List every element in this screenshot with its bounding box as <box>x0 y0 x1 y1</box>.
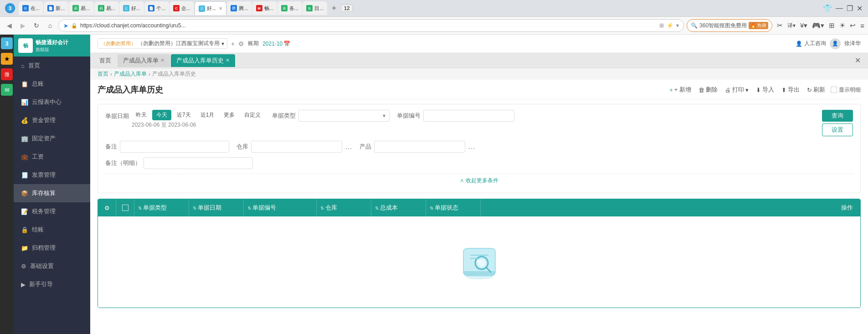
sidebar-item-guide[interactable]: ▶ 新手引导 <box>14 275 90 293</box>
note-input[interactable] <box>120 141 229 153</box>
collapse-bar[interactable]: ∧ 收起更多条件 <box>105 174 853 187</box>
tab-10[interactable]: M 畅... <box>252 1 277 15</box>
sidebar-item-ledger[interactable]: 📋 总账 <box>14 75 90 93</box>
refresh-button[interactable]: ↻ <box>31 20 42 31</box>
date-opt-7days[interactable]: 近7天 <box>173 110 195 120</box>
tab-8-active[interactable]: 云 好... ✕ <box>195 1 226 15</box>
th-checkbox[interactable] <box>116 199 134 216</box>
tab-8-close[interactable]: ✕ <box>219 6 222 11</box>
refresh-btn[interactable]: ↻ 刷新 <box>805 85 827 95</box>
add-company-btn[interactable]: + <box>231 40 235 47</box>
export-btn[interactable]: ⬆ 导出 <box>780 85 801 95</box>
sidebar-item-cloud-report[interactable]: 📊 云报表中心 <box>14 93 90 111</box>
sidebar-item-funds[interactable]: 💰 资金管理 <box>14 111 90 129</box>
back-button[interactable]: ◀ <box>4 20 15 31</box>
app-logo: 畅 <box>18 38 33 53</box>
warehouse-input[interactable] <box>251 141 342 153</box>
th-doc-type[interactable]: ⇅ 单据类型 <box>134 199 189 216</box>
chevron-down-icon[interactable]: ▾ <box>676 22 679 29</box>
settings-btn[interactable]: ⚙ <box>238 40 244 47</box>
date-opt-today[interactable]: 今天 <box>152 110 171 120</box>
note-detail-input[interactable] <box>144 157 253 169</box>
panel-close-btn[interactable]: ✕ <box>851 56 864 65</box>
forward-button[interactable]: ▶ <box>17 20 28 31</box>
tab-9[interactable]: 腾 腾... <box>227 1 252 15</box>
th-doc-number[interactable]: ⇅ 单据编号 <box>244 199 317 216</box>
new-tab-button[interactable]: + <box>328 2 340 15</box>
date-opt-yesterday[interactable]: 昨天 <box>132 110 151 120</box>
new-btn[interactable]: + + 新增 <box>668 85 693 95</box>
sidebar-item-inventory[interactable]: 📦 库存核算 <box>14 184 90 202</box>
customer-service[interactable]: 👤 人工咨询 <box>796 40 826 47</box>
tab-3[interactable]: 易 易... <box>69 1 93 15</box>
tab-12[interactable]: S 目... <box>303 1 327 15</box>
import-btn[interactable]: ⬇ 导入 <box>754 85 776 95</box>
warehouse-dots[interactable]: … <box>345 143 352 151</box>
scissors-icon[interactable]: ✂ <box>777 21 783 30</box>
date-range-display: 2023-06-06 至 2023-06-06 <box>132 121 265 129</box>
close-button[interactable]: ✕ <box>857 4 863 13</box>
tab-7[interactable]: C 企... <box>169 1 194 15</box>
url-bar[interactable]: ➤ 🔒 https://cloud.chanjet.com/accounting… <box>58 19 684 32</box>
date-opt-custom[interactable]: 自定义 <box>240 110 265 120</box>
date-opt-1month[interactable]: 近1月 <box>196 110 219 120</box>
sidebar-item-tax[interactable]: 📝 税务管理 <box>14 202 90 221</box>
tab-2[interactable]: 📄 新... <box>44 1 68 15</box>
page-tab-history-close[interactable]: ✕ <box>226 57 230 63</box>
minimize-button[interactable]: — <box>836 4 843 12</box>
th-total-cost[interactable]: ⇅ 总成本 <box>371 199 426 216</box>
grid-view-icon[interactable]: ⊞ <box>829 21 835 30</box>
page-tab-list[interactable]: 产成品入库单 ✕ <box>118 54 170 67</box>
product-dots[interactable]: … <box>468 143 475 151</box>
tab-4[interactable]: 易 易... <box>94 1 119 15</box>
browser-sidebar-mail[interactable]: ✉ <box>1 84 13 96</box>
page-tab-home[interactable]: 首页 <box>94 54 117 67</box>
breadcrumb-home[interactable]: 首页 <box>98 70 108 78</box>
page-tab-list-close[interactable]: ✕ <box>160 57 164 63</box>
product-input[interactable] <box>374 141 465 153</box>
print-btn[interactable]: 🖨 打印 ▾ <box>723 85 750 95</box>
dark-mode-icon[interactable]: ☀ <box>839 21 845 30</box>
undo-icon[interactable]: ↩ <box>850 21 856 30</box>
browser-sidebar-360[interactable]: 3 <box>1 37 13 49</box>
tab-5[interactable]: 云 好... <box>119 1 144 15</box>
yuan-icon[interactable]: ¥▾ <box>800 21 807 30</box>
set-btn[interactable]: 设置 <box>822 123 853 136</box>
th-doc-status[interactable]: ⇅ 单据状态 <box>426 199 481 216</box>
date-opt-more[interactable]: 更多 <box>220 110 239 120</box>
page-title-bar: 产成品入库单历史 + + 新增 🗑 删除 🖨 打印 ▾ <box>98 80 861 99</box>
user-avatar[interactable]: 👤 <box>830 38 841 49</box>
sidebar-item-home[interactable]: ⌂ 首页 <box>14 57 90 75</box>
sidebar-item-archive[interactable]: 📁 归档管理 <box>14 239 90 257</box>
tab-1[interactable]: 在 在... <box>19 1 43 15</box>
sidebar-item-invoice[interactable]: 🧾 发票管理 <box>14 166 90 184</box>
th-gear[interactable]: ⚙ <box>98 199 116 216</box>
sidebar-item-payroll[interactable]: 💼 工资 <box>14 148 90 166</box>
home-button[interactable]: ⌂ <box>45 20 56 31</box>
company-selector[interactable]: （勿删勿禁用） （勿删勿禁用）江西服宝测试专用 ▾ <box>98 38 227 49</box>
th-doc-date[interactable]: ⇅ 单据日期 <box>189 199 244 216</box>
sidebar-item-assets[interactable]: 🏢 固定资产 <box>14 129 90 148</box>
show-detail-checkbox[interactable] <box>831 87 837 93</box>
query-btn[interactable]: 查询 <box>822 110 853 122</box>
tab-11[interactable]: 表 各... <box>277 1 302 15</box>
sidebar-item-close-books[interactable]: 🔒 结账 <box>14 221 90 239</box>
filter-row-3: 备注（明细） <box>105 157 853 169</box>
delete-btn[interactable]: 🗑 删除 <box>697 85 719 95</box>
restore-button[interactable]: ❐ <box>847 4 853 13</box>
more-icon[interactable]: ≡ <box>860 22 864 30</box>
type-select[interactable]: ▾ <box>298 110 390 122</box>
page-tab-history[interactable]: 产成品入库单历史 ✕ <box>171 54 235 67</box>
filter-row-1: 单据日期 昨天 今天 近7天 近1月 更多 自定义 2023-06-06 至 2… <box>105 110 853 136</box>
period-value[interactable]: 2021-10 📅 <box>262 41 290 47</box>
breadcrumb-list[interactable]: 产成品入库单 <box>114 70 147 78</box>
game-icon[interactable]: 🎮▾ <box>812 21 824 30</box>
number-input[interactable] <box>423 110 514 122</box>
browser-sidebar-weibo[interactable]: 微 <box>1 68 13 80</box>
tab-6[interactable]: 📄 个... <box>144 1 169 15</box>
window-controls: 👕 — ❐ ✕ <box>823 4 866 13</box>
translate-icon[interactable]: 译▾ <box>787 22 796 30</box>
th-warehouse[interactable]: ⇅ 仓库 <box>317 199 371 216</box>
sidebar-item-basic-settings[interactable]: ⚙ 基础设置 <box>14 257 90 275</box>
browser-sidebar-star[interactable]: ★ <box>1 53 13 65</box>
